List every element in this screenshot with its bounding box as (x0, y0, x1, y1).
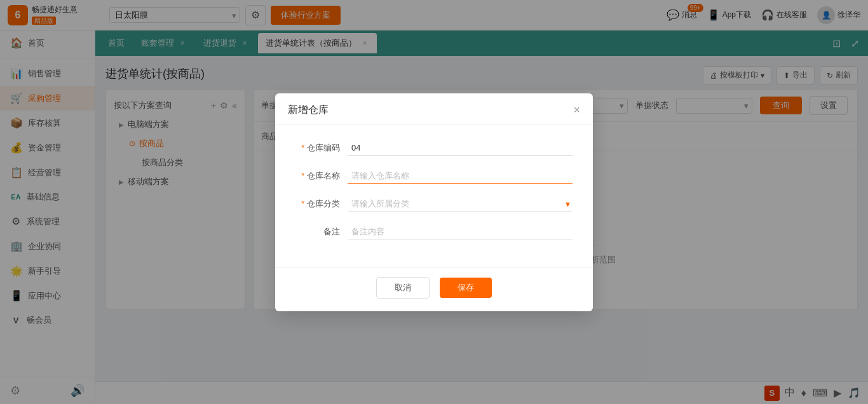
dialog-body: 仓库编码 仓库名称 仓库分类 请输入所属分类 备注 (275, 125, 593, 267)
dialog-header: 新增仓库 × (275, 93, 593, 125)
warehouse-category-select[interactable]: 请输入所属分类 (348, 196, 573, 212)
warehouse-name-input[interactable] (348, 168, 573, 184)
form-label-code: 仓库编码 (295, 142, 340, 154)
dialog-title: 新增仓库 (288, 104, 329, 117)
dialog-new-warehouse: 新增仓库 × 仓库编码 仓库名称 仓库分类 请输入所属分类 (275, 93, 593, 311)
dialog-close-icon[interactable]: × (573, 104, 580, 116)
warehouse-category-wrap: 请输入所属分类 (348, 196, 573, 212)
dialog-footer: 取消 保存 (275, 267, 593, 311)
form-label-note: 备注 (295, 226, 340, 238)
form-row-code: 仓库编码 (295, 140, 573, 156)
warehouse-note-input[interactable] (348, 224, 573, 239)
form-row-name: 仓库名称 (295, 168, 573, 184)
save-button[interactable]: 保存 (440, 278, 492, 298)
warehouse-code-input[interactable] (348, 140, 573, 156)
form-label-category: 仓库分类 (295, 198, 340, 210)
modal-overlay[interactable]: 新增仓库 × 仓库编码 仓库名称 仓库分类 请输入所属分类 (0, 0, 868, 404)
form-label-name: 仓库名称 (295, 170, 340, 182)
form-row-note: 备注 (295, 224, 573, 239)
cancel-button[interactable]: 取消 (376, 277, 430, 299)
form-row-category: 仓库分类 请输入所属分类 (295, 196, 573, 212)
